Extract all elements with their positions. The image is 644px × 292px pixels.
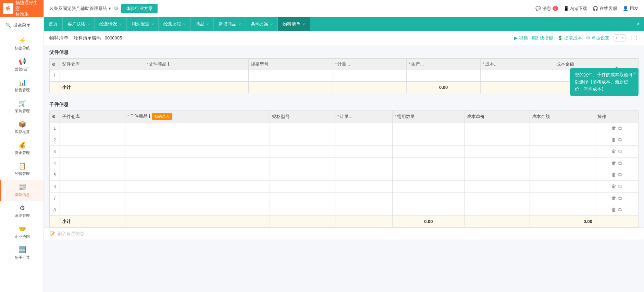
child-cost-amount-5[interactable] — [530, 169, 595, 181]
child-goods-2[interactable] — [125, 134, 270, 146]
child-unit-3[interactable] — [335, 146, 392, 157]
child-quantity-6[interactable] — [392, 181, 465, 192]
extract-cost-button[interactable]: 💲 提取成本 — [557, 35, 582, 41]
child-unit-8[interactable] — [335, 204, 392, 216]
child-quantity-2[interactable] — [392, 134, 465, 146]
child-quantity-7[interactable] — [392, 192, 465, 204]
child-warehouse-7[interactable] — [60, 192, 125, 204]
sidebar-item-sales[interactable]: 📊 销售管理 — [0, 75, 44, 96]
child-warehouse-1[interactable] — [60, 122, 125, 134]
copy-row-icon[interactable]: ⧉ — [618, 172, 622, 178]
sidebar-item-guide[interactable]: 🆕 新手引导 — [0, 243, 44, 264]
child-goods-1[interactable] — [125, 122, 270, 134]
tab-close-icon[interactable]: × — [119, 22, 121, 26]
single-setting-button[interactable]: ⚙ 单据设置 — [586, 35, 609, 41]
delete-row-icon[interactable]: 🗑 — [611, 195, 616, 201]
tab-history[interactable]: 经营历程 × — [159, 17, 190, 31]
tab-profit[interactable]: 利润报告 × — [127, 17, 159, 31]
child-goods-4[interactable] — [125, 157, 270, 169]
delete-row-icon[interactable]: 🗑 — [611, 125, 616, 131]
child-quantity-4[interactable] — [392, 157, 465, 169]
tab-customers[interactable]: 客户联络 × — [63, 17, 95, 31]
copy-row-icon[interactable]: ⧉ — [618, 160, 622, 166]
child-spec-3[interactable] — [270, 146, 335, 157]
delete-row-icon[interactable]: 🗑 — [611, 184, 616, 189]
child-cost-price-7[interactable] — [465, 192, 530, 204]
close-all-tabs-button[interactable]: × — [633, 21, 644, 27]
sidebar-item-marketing[interactable]: 📢 营销推广 — [0, 54, 44, 75]
child-quantity-3[interactable] — [392, 146, 465, 157]
child-cost-amount-6[interactable] — [530, 181, 595, 192]
online-service-button[interactable]: 🎧 在线客服 — [593, 5, 617, 12]
tab-close-icon[interactable]: × — [271, 22, 273, 26]
delete-row-icon[interactable]: 🗑 — [611, 137, 616, 143]
child-cost-amount-4[interactable] — [530, 157, 595, 169]
child-goods-6[interactable] — [125, 181, 270, 192]
parent-spec-cell[interactable] — [249, 70, 333, 82]
child-cost-amount-8[interactable] — [530, 204, 595, 216]
user-menu[interactable]: 👤 用友 — [623, 5, 639, 12]
sidebar-item-inventory[interactable]: 📦 库存核算 — [0, 117, 44, 138]
parent-unit-cell[interactable] — [333, 70, 407, 82]
child-col-config[interactable]: ⚙ — [50, 111, 60, 122]
parent-goods-cell[interactable] — [144, 70, 248, 82]
tab-bom[interactable]: 物料清单 × — [278, 17, 310, 31]
child-goods-8[interactable] — [125, 204, 270, 216]
tab-close-icon[interactable]: × — [302, 22, 305, 26]
delete-row-icon[interactable]: 🗑 — [611, 207, 616, 213]
next-arrow-button[interactable]: › — [620, 34, 626, 42]
child-spec-7[interactable] — [270, 192, 335, 204]
tab-operations[interactable]: 经营情况 × — [95, 17, 126, 31]
child-unit-1[interactable] — [335, 122, 392, 134]
child-goods-7[interactable] — [125, 192, 270, 204]
copy-row-icon[interactable]: ⧉ — [618, 195, 622, 201]
child-cost-amount-2[interactable] — [530, 134, 595, 146]
tooltip-close-button[interactable]: × — [633, 70, 636, 77]
child-spec-4[interactable] — [270, 157, 335, 169]
child-spec-6[interactable] — [270, 181, 335, 192]
menu-grid-icon[interactable]: ⋮⋮ — [630, 35, 639, 40]
child-quantity-5[interactable] — [392, 169, 465, 181]
child-unit-2[interactable] — [335, 134, 392, 146]
child-unit-7[interactable] — [335, 192, 392, 204]
copy-row-icon[interactable]: ⧉ — [618, 184, 622, 189]
child-goods-3[interactable] — [125, 146, 270, 157]
child-cost-price-5[interactable] — [465, 169, 530, 181]
child-spec-1[interactable] — [270, 122, 335, 134]
sidebar-item-system[interactable]: ⚙ 系统管理 — [0, 201, 44, 222]
child-spec-2[interactable] — [270, 134, 335, 146]
child-quantity-1[interactable] — [392, 122, 465, 134]
sidebar-item-finance[interactable]: 💰 资金管理 — [0, 138, 44, 159]
shortcut-button[interactable]: ⌨ 快捷键 — [532, 35, 553, 41]
parent-col-config[interactable]: ⚙ — [50, 59, 60, 70]
delete-row-icon[interactable]: 🗑 — [611, 160, 616, 166]
tab-close-icon[interactable]: × — [87, 22, 89, 26]
copy-row-icon[interactable]: ⧉ — [618, 207, 622, 213]
child-unit-5[interactable] — [335, 169, 392, 181]
child-warehouse-2[interactable] — [60, 134, 125, 146]
child-spec-8[interactable] — [270, 204, 335, 216]
child-warehouse-8[interactable] — [60, 204, 125, 216]
prev-arrow-button[interactable]: ‹ — [614, 34, 619, 42]
view-video-button[interactable]: ▶ 视频 — [514, 35, 528, 41]
note-placeholder[interactable]: 输入备注信息... — [58, 231, 88, 237]
tab-close-icon[interactable]: × — [207, 22, 209, 26]
tab-close-icon[interactable]: × — [151, 22, 153, 26]
parent-warehouse-cell[interactable] — [60, 70, 144, 82]
copy-row-icon[interactable]: ⧉ — [618, 149, 622, 154]
copy-row-icon[interactable]: ⧉ — [618, 137, 622, 143]
child-cost-price-3[interactable] — [465, 146, 530, 157]
copy-row-icon[interactable]: ⧉ — [618, 125, 622, 131]
child-cost-price-2[interactable] — [465, 134, 530, 146]
sidebar-item-operation[interactable]: 📋 经营管理 — [0, 159, 44, 180]
search-menu-button[interactable]: 🔍 搜索菜单 — [3, 20, 41, 30]
system-title-selector[interactable]: 装备及固定资产辅助管理系统 ▾ — [49, 5, 111, 12]
tab-close-icon[interactable]: × — [238, 22, 240, 26]
child-cost-price-8[interactable] — [465, 204, 530, 216]
trial-button[interactable]: 体验行业方案 — [121, 4, 158, 13]
child-spec-5[interactable] — [270, 169, 335, 181]
tab-barcode[interactable]: 条码方案 × — [246, 17, 278, 31]
child-goods-5[interactable] — [125, 169, 270, 181]
delete-row-icon[interactable]: 🗑 — [611, 149, 616, 154]
sidebar-item-cooperation[interactable]: 🤝 企业协同 — [0, 222, 44, 243]
